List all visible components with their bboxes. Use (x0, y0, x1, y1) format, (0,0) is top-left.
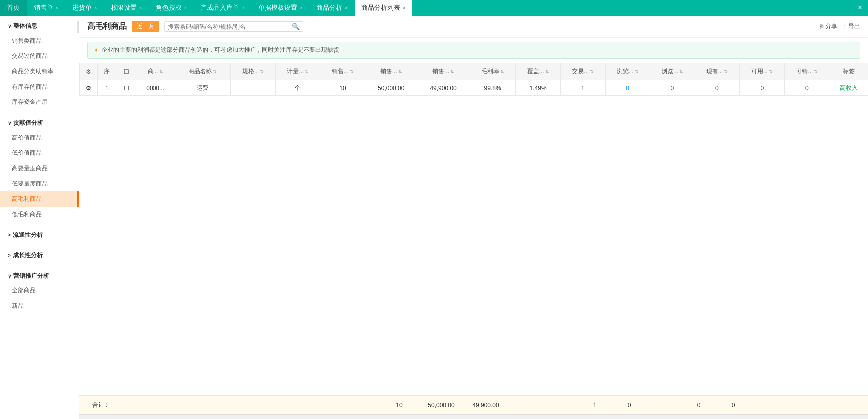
sidebar-group-header[interactable]: ∨营销推广分析 (0, 269, 79, 283)
sidebar-item-商品分类助销率[interactable]: 商品分类助销率 (0, 64, 79, 79)
nav-close-icon[interactable]: × (184, 5, 187, 11)
col-header-12[interactable]: 浏览...⇅ (605, 63, 650, 80)
close-all-button[interactable]: × (852, 0, 868, 16)
footer-cell-1 (216, 402, 231, 409)
nav-close-icon[interactable]: × (139, 5, 142, 11)
share-icon: ⎘ (820, 23, 823, 30)
col-header-15[interactable]: 可用...⇅ (740, 63, 784, 80)
col-header-8[interactable]: 销售...⇅ (417, 63, 469, 80)
sidebar-item-库存资金占用[interactable]: 库存资金占用 (0, 94, 79, 110)
footer-bar: 合计： 1050,000.0049,900.001000 (79, 395, 868, 414)
stock3: 0 (784, 80, 829, 96)
sidebar-item-高价值商品[interactable]: 高价值商品 (0, 130, 79, 145)
sort-icon: ⇅ (305, 69, 308, 74)
nav-close-icon[interactable]: × (300, 5, 303, 11)
sidebar-group-header[interactable]: >成长性分析 (0, 248, 79, 263)
table-row: ⚙1☐0000...运费个1050,000.0049,900.0099.8%1.… (80, 80, 868, 96)
nav-close-icon[interactable]: × (94, 5, 97, 11)
sidebar-group-header[interactable]: ∨贡献值分析 (0, 116, 79, 130)
sidebar-item-有库存的商品[interactable]: 有库存的商品 (0, 79, 79, 94)
code: 0000... (136, 80, 175, 96)
table-container[interactable]: ⚙序☐商...⇅商品名称⇅规格...⇅计量...⇅销售...⇅销售...⇅销售.… (79, 63, 868, 395)
browse2: 0 (650, 80, 695, 96)
col-header-3[interactable]: 商品名称⇅ (175, 63, 231, 80)
sidebar-group-header[interactable]: >流通性分析 (0, 228, 79, 242)
nav-item-商品分析列表[interactable]: 商品分析列表× (355, 0, 412, 16)
col-header-5[interactable]: 计量...⇅ (275, 63, 320, 80)
col-header-13[interactable]: 浏览...⇅ (650, 63, 695, 80)
stock1: 0 (695, 80, 739, 96)
sidebar-group-header[interactable]: ∨整体信息 (0, 19, 79, 33)
sort-icon: ⇅ (545, 69, 549, 74)
sidebar-item-低价值商品[interactable]: 低价值商品 (0, 145, 79, 161)
footer-cell-13 (647, 402, 681, 409)
col-header-17: 标签 (829, 63, 868, 80)
sidebar-item-新品[interactable]: 新品 (0, 298, 79, 314)
sort-icon: ⇅ (213, 69, 217, 74)
sidebar-item-交易过的商品[interactable]: 交易过的商品 (0, 48, 79, 64)
sidebar-item-全部商品[interactable]: 全部商品 (0, 283, 79, 298)
row-settings-icon[interactable]: ⚙ (86, 85, 91, 92)
arrow-icon: ∨ (8, 273, 11, 279)
nav-item-进货单[interactable]: 进货单× (65, 0, 104, 16)
search-icon[interactable]: 🔍 (292, 23, 300, 30)
info-bar: ✦ 企业的主要的利润都是这部分商品创造的，可考虑加大推广，同时关注库存是不要出现… (87, 42, 860, 59)
sidebar-item-销售类商品[interactable]: 销售类商品 (0, 33, 79, 48)
arrow-icon: ∨ (8, 23, 11, 29)
browse1[interactable]: 0 (605, 80, 650, 96)
col-settings[interactable]: ⚙ (80, 63, 98, 80)
name: 运费 (175, 80, 231, 96)
nav-item-角色授权[interactable]: 角色授权× (149, 0, 194, 16)
nav-item-单据模板设置[interactable]: 单据模板设置× (252, 0, 309, 16)
footer-cell-7: 50,000.00 (419, 402, 463, 409)
col-header-7[interactable]: 销售...⇅ (365, 63, 417, 80)
sort-icon: ⇅ (814, 69, 817, 74)
sort-icon: ⇅ (500, 69, 504, 74)
col-header-9[interactable]: 毛利率⇅ (469, 63, 516, 80)
footer-cell-12: 0 (612, 402, 647, 409)
filter-recent-month-button[interactable]: 近一月 (132, 21, 159, 32)
footer-cell-9 (508, 402, 543, 409)
bottom-scrollbar[interactable] (79, 414, 868, 419)
nav-item-商品分析[interactable]: 商品分析× (309, 0, 355, 16)
sidebar: « ∨整体信息销售类商品交易过的商品商品分类助销率有库存的商品库存资金占用∨贡献… (0, 16, 79, 419)
sidebar-item-高毛利商品[interactable]: 高毛利商品 (0, 191, 79, 207)
footer-cell-8: 49,900.00 (463, 402, 508, 409)
col-header-6[interactable]: 销售...⇅ (320, 63, 365, 80)
export-button[interactable]: ↑ 导出 (843, 22, 860, 31)
col-header-2[interactable]: 商...⇅ (136, 63, 175, 80)
row-settings[interactable]: ⚙ (80, 80, 98, 96)
nav-item-产成品入库单[interactable]: 产成品入库单× (194, 0, 252, 16)
sidebar-item-低要量度商品[interactable]: 低要量度商品 (0, 176, 79, 191)
sort-icon: ⇅ (350, 69, 354, 74)
nav-close-icon[interactable]: × (55, 5, 58, 11)
footer-cell-6: 10 (379, 402, 419, 409)
col-header-10[interactable]: 覆盖...⇅ (515, 63, 560, 80)
info-text: 企业的主要的利润都是这部分商品创造的，可考虑加大推广，同时关注库存是不要出现缺货 (102, 46, 339, 54)
footer-cell-15: 0 (716, 402, 751, 409)
nav-item-首页[interactable]: 首页 (0, 0, 27, 16)
nav-close-icon[interactable]: × (242, 5, 245, 11)
nav-close-icon[interactable]: × (345, 5, 348, 11)
col-header-11[interactable]: 交易...⇅ (561, 63, 605, 80)
data-table: ⚙序☐商...⇅商品名称⇅规格...⇅计量...⇅销售...⇅销售...⇅销售.… (79, 63, 868, 96)
col-header-16[interactable]: 可销...⇅ (784, 63, 829, 80)
nav-close-icon[interactable]: × (403, 5, 406, 11)
sort-icon: ⇅ (679, 69, 683, 74)
sidebar-item-高要量度商品[interactable]: 高要量度商品 (0, 161, 79, 176)
tag: 高收入 (829, 80, 868, 96)
export-label: 导出 (848, 22, 860, 31)
sidebar-group-流通性分析: >流通性分析 (0, 225, 79, 245)
coverage: 1.49% (515, 80, 560, 96)
nav-item-权限设置[interactable]: 权限设置× (104, 0, 149, 16)
nav-item-销售单[interactable]: 销售单× (27, 0, 65, 16)
sort-icon: ⇅ (635, 69, 639, 74)
content-header: 高毛利商品 近一月 🔍 ⎘ 分享 ↑ 导出 (79, 16, 868, 38)
sidebar-collapse-button[interactable]: « (77, 21, 79, 33)
col-header-14[interactable]: 现有...⇅ (695, 63, 739, 80)
search-input[interactable] (168, 23, 292, 30)
footer-cell-0 (196, 402, 216, 409)
sidebar-item-低毛利商品[interactable]: 低毛利商品 (0, 207, 79, 222)
col-header-4[interactable]: 规格...⇅ (231, 63, 275, 80)
share-button[interactable]: ⎘ 分享 (820, 22, 837, 31)
